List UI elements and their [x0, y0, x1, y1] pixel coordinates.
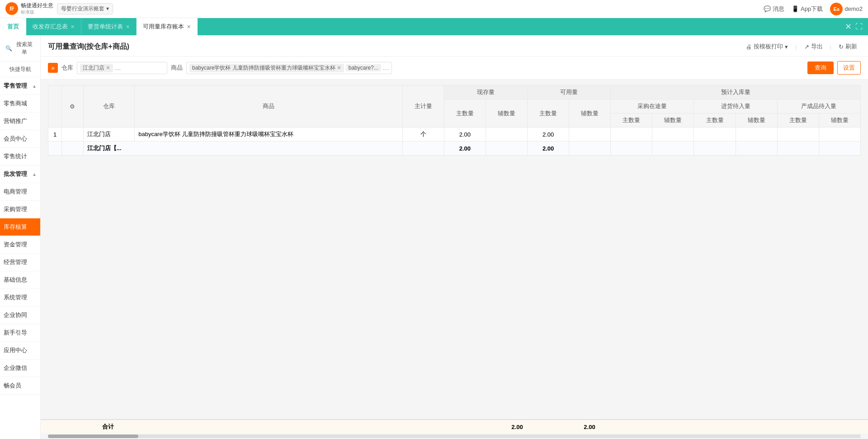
sidebar-item-wechat[interactable]: 企业微信 — [0, 359, 40, 377]
warehouse-tag-close[interactable]: ✕ — [106, 65, 110, 71]
col-av-main: 主数量 — [527, 99, 569, 127]
subtotal-label: 江北门店【... — [83, 142, 402, 156]
tab-1[interactable]: 收发存汇总表 ✕ — [26, 18, 81, 35]
col-cs-aux: 辅数量 — [486, 99, 527, 127]
industry-selector[interactable]: 母婴行业演示账套 ▾ — [57, 3, 113, 14]
col-available: 可用量 — [527, 85, 610, 99]
product-filter-box[interactable]: babycare学饮杯 儿童防摔防撞吸管杯重力球吸嘴杯宝宝水杯 ✕ babyca… — [186, 62, 392, 74]
print-chevron-icon: ▾ — [785, 43, 788, 50]
horizontal-scrollbar[interactable] — [41, 434, 868, 439]
sidebar-item-enterprise[interactable]: 企业协同 — [0, 307, 40, 324]
export-btn[interactable]: ↗ 导出 — [801, 41, 826, 52]
col-warehouse: 仓库 — [83, 85, 135, 127]
sidebar-item-finance[interactable]: 资金管理 — [0, 236, 40, 254]
sidebar-item-retail-stats[interactable]: 零售统计 — [0, 148, 40, 165]
search-icon: 🔍 — [5, 45, 12, 52]
page-title: 可用量查询(按仓库+商品) — [48, 42, 129, 52]
search-menu-btn[interactable]: 🔍 搜索菜单 — [4, 39, 37, 58]
footer-cs-main: 2.00 — [499, 424, 535, 430]
sidebar-item-retail-management[interactable]: 零售管理 ▲ — [0, 77, 40, 95]
cell-ig-main — [694, 127, 736, 142]
chevron-icon-retail: ▲ — [32, 84, 37, 89]
app-icon: 📱 — [792, 5, 799, 12]
warehouse-more-btn[interactable]: ... — [115, 64, 121, 72]
app-download-btn[interactable]: 📱 App下载 — [792, 5, 823, 13]
filter-expand-btn[interactable]: » — [48, 63, 58, 73]
col-purchase-transit: 采购在途量 — [611, 99, 694, 113]
tab-2[interactable]: 要货单统计表 ✕ — [81, 18, 137, 35]
query-btn[interactable]: 查询 — [807, 61, 834, 74]
sidebar-item-inventory[interactable]: 库存核算 — [0, 218, 40, 236]
scroll-thumb[interactable] — [48, 434, 138, 438]
refresh-btn[interactable]: ↻ 刷新 — [835, 41, 861, 52]
footer-av-main: 2.00 — [571, 424, 608, 430]
page-header: 可用量查询(按仓库+商品) 🖨 按模板打印 ▾ | ↗ 导出 | ↻ 刷新 — [41, 35, 868, 57]
sidebar-item-member[interactable]: 畅会员 — [0, 377, 40, 395]
cell-fg-main — [777, 127, 819, 142]
col-ig-main: 主数量 — [694, 113, 736, 127]
cell-product: babycare学饮杯 儿童防摔防撞吸管杯重力球吸嘴杯宝宝水杯 — [135, 127, 402, 142]
cell-warehouse: 江北门店 — [83, 127, 135, 142]
print-template-btn[interactable]: 🖨 按模板打印 ▾ — [742, 41, 792, 52]
tab-1-close[interactable]: ✕ — [71, 24, 75, 30]
sidebar-item-basic-info[interactable]: 基础信息 — [0, 271, 40, 289]
top-bar-right: 💬 消息 📱 App下载 Ea demo2 — [764, 3, 863, 15]
content-area: 可用量查询(按仓库+商品) 🖨 按模板打印 ▾ | ↗ 导出 | ↻ 刷新 — [41, 35, 868, 439]
top-bar: 好 畅捷通好生意 标准版 母婴行业演示账套 ▾ 💬 消息 📱 App下载 Ea … — [0, 0, 868, 18]
settings-btn[interactable]: 设置 — [837, 61, 861, 75]
cell-unit: 个 — [402, 127, 444, 142]
col-fg-aux: 辅数量 — [819, 113, 860, 127]
sidebar-search-area: 🔍 搜索菜单 — [0, 35, 40, 62]
product-tag-1-close[interactable]: ✕ — [337, 65, 341, 71]
sidebar-item-retail-mall[interactable]: 零售商城 — [0, 95, 40, 113]
cell-pt-aux — [652, 127, 694, 142]
cell-fg-aux — [819, 127, 860, 142]
sidebar-item-marketing[interactable]: 营销推广 — [0, 113, 40, 130]
logo-icon: 好 — [5, 2, 18, 15]
sidebar-item-member-center[interactable]: 会员中心 — [0, 130, 40, 148]
col-pt-main: 主数量 — [611, 113, 652, 127]
sidebar-item-wholesale[interactable]: 批发管理 ▲ — [0, 165, 40, 183]
tab-3[interactable]: 可用量库存账本 ✕ — [137, 18, 198, 35]
tab-bar: 首页 收发存汇总表 ✕ 要货单统计表 ✕ 可用量库存账本 ✕ ✕ ⛶ — [0, 18, 868, 35]
top-bar-left: 好 畅捷通好生意 标准版 母婴行业演示账套 ▾ — [5, 2, 113, 15]
tab-3-close[interactable]: ✕ — [187, 24, 191, 30]
message-btn[interactable]: 💬 消息 — [764, 5, 784, 13]
cell-cs-main: 2.00 — [444, 127, 486, 142]
filter-bar: » 仓库 江北门店 ✕ ... 商品 babycare学饮杯 儿童防摔防撞吸管杯… — [41, 57, 868, 80]
col-gear[interactable]: ⚙ — [62, 85, 84, 127]
warehouse-filter-box[interactable]: 江北门店 ✕ ... — [77, 62, 167, 74]
footer-label: 合计 — [48, 423, 147, 431]
tab-3-label: 可用量库存账本 — [143, 23, 184, 31]
page-actions: 🖨 按模板打印 ▾ | ↗ 导出 | ↻ 刷新 — [742, 41, 861, 52]
col-incoming: 进货待入量 — [694, 99, 777, 113]
sidebar-item-purchase[interactable]: 采购管理 — [0, 201, 40, 218]
cell-gear — [62, 127, 84, 142]
col-product: 商品 — [135, 85, 402, 127]
tab-2-label: 要货单统计表 — [88, 23, 123, 31]
product-more-btn[interactable]: ... — [383, 64, 389, 72]
col-current-stock: 现存量 — [444, 85, 527, 99]
user-area[interactable]: Ea demo2 — [830, 3, 863, 15]
sidebar-item-system[interactable]: 系统管理 — [0, 289, 40, 307]
warehouse-label: 仓库 — [61, 64, 73, 72]
sidebar-item-app-center[interactable]: 应用中心 — [0, 342, 40, 359]
col-index — [48, 85, 62, 127]
sidebar-item-guide[interactable]: 新手引导 — [0, 324, 40, 342]
sidebar-item-ecommerce[interactable]: 电商管理 — [0, 183, 40, 201]
cell-cs-aux — [486, 127, 527, 142]
tab-home[interactable]: 首页 — [0, 18, 26, 35]
table-row: 1 江北门店 babycare学饮杯 儿童防摔防撞吸管杯重力球吸嘴杯宝宝水杯 个… — [48, 127, 861, 142]
chevron-icon-wholesale: ▲ — [32, 172, 37, 177]
maximize-icon[interactable]: ⛶ — [855, 23, 863, 31]
tab-2-close[interactable]: ✕ — [126, 24, 130, 30]
refresh-icon: ↻ — [839, 43, 844, 50]
sidebar-item-operations[interactable]: 经营管理 — [0, 254, 40, 271]
sidebar: 🔍 搜索菜单 快捷导航 零售管理 ▲ 零售商城 营销推广 会员中心 零售统计 批… — [0, 35, 41, 439]
user-name: demo2 — [844, 5, 863, 12]
scroll-track — [48, 434, 861, 438]
quick-nav-btn[interactable]: 快捷导航 — [0, 62, 40, 77]
avatar: Ea — [830, 3, 843, 15]
close-all-icon[interactable]: ✕ — [845, 22, 852, 32]
table-area: ⚙ 仓库 商品 主计量 现存量 可用量 预计入库量 主数量 辅数量 主数量 辅数… — [41, 80, 868, 419]
